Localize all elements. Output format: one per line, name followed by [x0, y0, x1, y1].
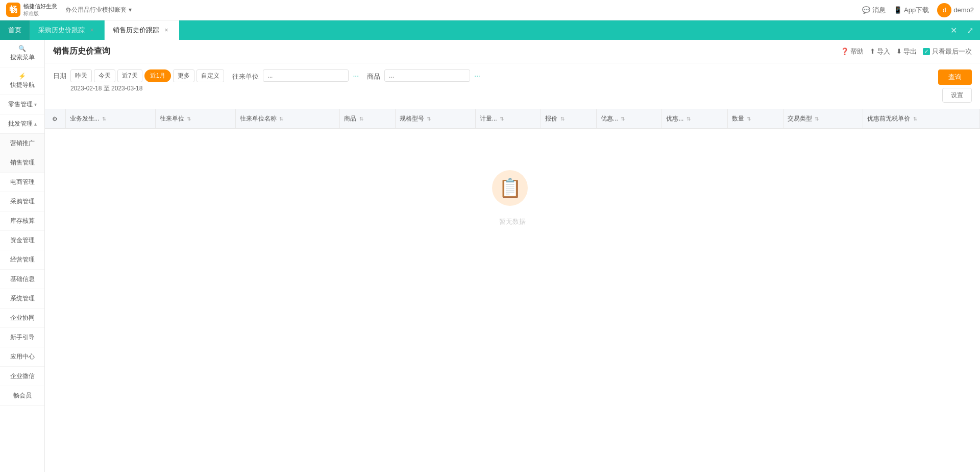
page-header: 销售历史价查询 ❓ 帮助 ⬆ 导入 ⬇ 导出 只看最后一次: [45, 40, 980, 63]
tab-purchase-label: 采购历史价跟踪: [38, 26, 85, 35]
sidebar-item-ecommerce[interactable]: 电商管理: [0, 173, 44, 192]
sidebar-sales-mgmt-label: 销售管理: [10, 159, 35, 166]
show-last-checkbox[interactable]: [923, 48, 930, 55]
sidebar-item-member[interactable]: 畅会员: [0, 386, 44, 406]
message-btn[interactable]: 💬 消息: [862, 6, 886, 15]
help-btn[interactable]: ❓ 帮助: [841, 47, 864, 56]
app-download-btn[interactable]: 📱 App下载: [894, 6, 929, 15]
sidebar-item-purchase[interactable]: 采购管理: [0, 192, 44, 211]
goods-filter-label: 商品: [367, 70, 380, 81]
export-btn[interactable]: ⬇ 导出: [896, 47, 917, 56]
workspace-selector[interactable]: 办公用品行业模拟账套 ▾: [61, 4, 136, 16]
sidebar-item-system[interactable]: 系统管理: [0, 289, 44, 309]
app-label: App下载: [904, 6, 929, 15]
col-quantity-label: 数量: [732, 115, 744, 122]
tab-close-all-btn[interactable]: ✕: [947, 24, 960, 36]
col-spec[interactable]: 规格型号 ⇅: [395, 109, 475, 129]
col-discount1[interactable]: 优惠... ⇅: [596, 109, 662, 129]
top-bar-right: 💬 消息 📱 App下载 d demo2: [862, 3, 974, 17]
sidebar-item-wholesale[interactable]: 批发管理 ▴: [0, 114, 44, 134]
sidebar-item-basics[interactable]: 基础信息: [0, 270, 44, 289]
settings-button[interactable]: 设置: [942, 88, 972, 103]
sidebar-item-enterprise[interactable]: 企业协同: [0, 309, 44, 328]
avatar: d: [937, 3, 951, 17]
import-label: 导入: [877, 47, 890, 56]
sidebar-item-operations[interactable]: 经营管理: [0, 250, 44, 270]
sidebar-item-newbie[interactable]: 新手引导: [0, 328, 44, 347]
partner-filter-group: 往来单位 ···: [232, 69, 359, 82]
sidebar-purchase-label: 采购管理: [10, 197, 35, 206]
sidebar-system-label: 系统管理: [10, 294, 35, 303]
wholesale-chevron-up-icon: ▴: [34, 121, 37, 127]
user-area[interactable]: d demo2: [937, 3, 974, 17]
date-filter-group: 日期 昨天 今天 近7天 近1月 更多 自定义 2023-02-18 至 202…: [53, 69, 224, 93]
sidebar-item-shortcut[interactable]: ⚡ 快捷导航: [0, 67, 44, 95]
col-biz-date[interactable]: 业务发生... ⇅: [65, 109, 156, 129]
date-btn-today[interactable]: 今天: [94, 69, 115, 82]
sidebar-apps-label: 应用中心: [10, 352, 35, 361]
col-discount2[interactable]: 优惠... ⇅: [662, 109, 728, 129]
col-price-before-tax[interactable]: 优惠前无税单价 ⇅: [863, 109, 980, 129]
partner-selector-btn[interactable]: ···: [353, 72, 359, 80]
date-btn-7days[interactable]: 近7天: [117, 69, 142, 82]
partner-input[interactable]: [263, 69, 349, 82]
col-quoted-price[interactable]: 报价 ⇅: [541, 109, 597, 129]
help-label: 帮助: [850, 47, 864, 56]
sidebar-item-apps[interactable]: 应用中心: [0, 347, 44, 367]
query-button[interactable]: 查询: [938, 69, 972, 85]
help-icon: ❓: [841, 48, 849, 55]
date-btn-more[interactable]: 更多: [173, 69, 194, 82]
tab-purchase-close[interactable]: ×: [88, 26, 96, 34]
sidebar-item-wechat[interactable]: 企业微信: [0, 367, 44, 386]
col-trade-type[interactable]: 交易类型 ⇅: [783, 109, 863, 129]
empty-text: 暂无数据: [499, 217, 526, 226]
goods-input[interactable]: [384, 69, 470, 82]
goods-selector-btn[interactable]: ···: [474, 72, 480, 80]
tab-purchase[interactable]: 采购历史价跟踪 ×: [30, 20, 105, 40]
col-quantity[interactable]: 数量 ⇅: [728, 109, 783, 129]
date-filter-label: 日期: [53, 69, 66, 81]
sort-icon-spec: ⇅: [427, 116, 431, 122]
import-btn[interactable]: ⬆ 导入: [870, 47, 890, 56]
username: demo2: [953, 6, 974, 14]
col-discount2-label: 优惠...: [666, 115, 683, 122]
tab-sales-close[interactable]: ×: [162, 26, 170, 34]
col-unit[interactable]: 计量... ⇅: [475, 109, 541, 129]
sidebar-item-inventory[interactable]: 库存核算: [0, 211, 44, 231]
date-btn-row: 昨天 今天 近7天 近1月 更多 自定义: [70, 69, 224, 82]
date-range-display: 2023-02-18 至 2023-03-18: [70, 84, 224, 93]
sidebar-enterprise-label: 企业协同: [10, 314, 35, 322]
action-buttons: 查询 设置: [938, 69, 972, 103]
workspace-label: 办公用品行业模拟账套: [65, 6, 127, 14]
sidebar-basics-label: 基础信息: [10, 275, 35, 284]
tab-sales-label: 销售历史价跟踪: [113, 26, 159, 35]
col-partner-code-label: 往来单位: [160, 115, 184, 122]
sidebar-item-finance[interactable]: 资金管理: [0, 231, 44, 250]
retail-chevron-down-icon: ▾: [34, 102, 37, 107]
col-trade-type-label: 交易类型: [788, 115, 812, 122]
tab-sales[interactable]: 销售历史价跟踪 ×: [105, 20, 179, 40]
empty-icon: 📋: [492, 170, 533, 211]
sidebar-item-sales-mgmt[interactable]: 销售管理: [0, 153, 44, 173]
sidebar-finance-label: 资金管理: [10, 236, 35, 245]
show-last-label: 只看最后一次: [932, 47, 972, 56]
sort-icon-price-before-tax: ⇅: [913, 116, 917, 122]
export-label: 导出: [903, 47, 917, 56]
date-btn-yesterday[interactable]: 昨天: [70, 69, 92, 82]
sidebar-item-search[interactable]: 🔍 搜索菜单: [0, 40, 44, 67]
sidebar-newbie-label: 新手引导: [10, 333, 35, 342]
sidebar-item-marketing[interactable]: 营销推广: [0, 134, 44, 153]
col-settings[interactable]: ⚙: [45, 109, 65, 129]
col-partner-name[interactable]: 往来单位名称 ⇅: [235, 109, 340, 129]
date-btn-custom[interactable]: 自定义: [197, 69, 224, 82]
page-header-actions: ❓ 帮助 ⬆ 导入 ⬇ 导出 只看最后一次: [841, 47, 972, 56]
tab-maximize-btn[interactable]: ⤢: [964, 24, 976, 36]
show-last-checkbox-area[interactable]: 只看最后一次: [923, 47, 972, 56]
tab-home[interactable]: 首页: [0, 20, 30, 40]
col-partner-code[interactable]: 往来单位 ⇅: [156, 109, 236, 129]
date-btn-1month[interactable]: 近1月: [144, 69, 172, 82]
sidebar-ecommerce-label: 电商管理: [10, 178, 35, 186]
col-goods[interactable]: 商品 ⇅: [340, 109, 396, 129]
export-icon: ⬇: [896, 48, 902, 55]
sidebar-item-retail[interactable]: 零售管理 ▾: [0, 95, 44, 114]
